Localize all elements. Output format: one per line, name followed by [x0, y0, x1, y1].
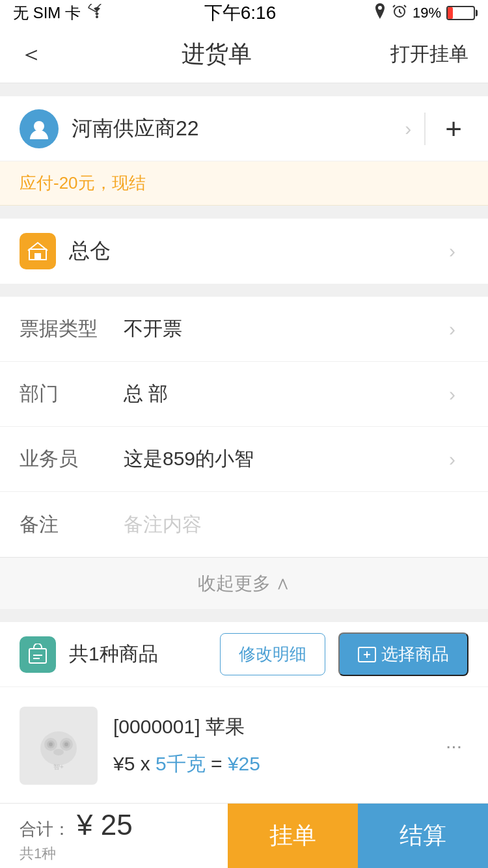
- warehouse-section: 总仓 ›: [0, 219, 488, 284]
- products-count: 共1种商品: [69, 641, 220, 668]
- warehouse-chevron-icon: ›: [449, 240, 455, 262]
- total-label-text: 合计：: [20, 818, 70, 841]
- svg-point-0: [96, 16, 98, 18]
- product-info: [0000001] 苹果 ¥5 x 5千克 = ¥25: [113, 714, 439, 778]
- page-title: 进货单: [182, 38, 252, 70]
- divider-2: [0, 206, 488, 219]
- remark-label: 备注: [20, 511, 111, 538]
- remark-row[interactable]: 备注 备注内容: [0, 492, 488, 557]
- total-amount: ¥ 25: [77, 809, 133, 841]
- back-button[interactable]: ＜: [20, 38, 43, 70]
- bottom-bar: 合计： ¥ 25 共1种 挂单 结算: [0, 803, 488, 868]
- status-bar: 无 SIM 卡 下午6:16 19%: [0, 0, 488, 26]
- svg-point-13: [64, 742, 68, 746]
- battery-icon: [446, 6, 475, 20]
- products-section: 共1种商品 修改明细 选择商品 智+ [0000001] 苹果 ¥: [0, 622, 488, 805]
- sales-row[interactable]: 业务员 这是859的小智 ›: [0, 427, 488, 492]
- modify-detail-button[interactable]: 修改明细: [220, 633, 325, 675]
- product-price: ¥5 x 5千克 = ¥25: [113, 751, 439, 778]
- supplier-divider: [424, 113, 426, 145]
- status-carrier: 无 SIM 卡: [13, 3, 107, 23]
- sales-label: 业务员: [20, 446, 111, 472]
- product-item: 智+ [0000001] 苹果 ¥5 x 5千克 = ¥25 ···: [0, 687, 488, 805]
- warehouse-name: 总仓: [69, 237, 449, 265]
- product-name: [0000001] 苹果: [113, 714, 439, 740]
- add-supplier-button[interactable]: +: [439, 113, 468, 145]
- dept-value: 总 部: [111, 381, 449, 407]
- dept-label: 部门: [20, 381, 111, 407]
- open-hang-button[interactable]: 打开挂单: [390, 41, 468, 68]
- svg-rect-4: [34, 253, 41, 260]
- svg-point-12: [49, 742, 53, 746]
- battery-text: 19%: [413, 5, 441, 21]
- products-icon: [20, 636, 56, 673]
- form-section: 票据类型 不开票 › 部门 总 部 › 业务员 这是859的小智 › 备注 备注…: [0, 297, 488, 557]
- collapse-label: 收起更多 ∧: [198, 571, 291, 596]
- invoice-label: 票据类型: [20, 316, 111, 342]
- wifi-icon: [87, 4, 107, 22]
- status-indicators: 19%: [373, 3, 475, 23]
- select-product-label: 选择商品: [381, 643, 449, 666]
- supplier-section: 河南供应商22 › + 应付-20元，现结: [0, 96, 488, 206]
- warehouse-icon: [20, 233, 56, 269]
- product-menu-button[interactable]: ···: [439, 728, 468, 763]
- sales-value: 这是859的小智: [111, 446, 449, 472]
- product-thumbnail: 智+: [20, 707, 98, 785]
- invoice-chevron-icon: ›: [449, 318, 455, 340]
- alarm-icon: [392, 3, 407, 23]
- supplier-avatar: [20, 109, 59, 148]
- products-header: 共1种商品 修改明细 选择商品: [0, 622, 488, 687]
- remark-input[interactable]: 备注内容: [111, 511, 468, 538]
- svg-text:智+: 智+: [53, 763, 64, 770]
- carrier-text: 无 SIM 卡: [13, 3, 81, 23]
- invoice-value: 不开票: [111, 316, 449, 342]
- invoice-row[interactable]: 票据类型 不开票 ›: [0, 297, 488, 362]
- supplier-chevron-icon: ›: [405, 118, 411, 140]
- collapse-toggle[interactable]: 收起更多 ∧: [0, 557, 488, 609]
- sales-chevron-icon: ›: [449, 448, 455, 470]
- dept-chevron-icon: ›: [449, 383, 455, 405]
- select-product-button[interactable]: 选择商品: [338, 632, 468, 676]
- total-section: 合计： ¥ 25 共1种: [0, 804, 228, 868]
- svg-point-2: [34, 121, 44, 131]
- dept-row[interactable]: 部门 总 部 ›: [0, 362, 488, 427]
- svg-point-14: [53, 749, 64, 755]
- status-time: 下午6:16: [204, 1, 277, 25]
- nav-bar: ＜ 进货单 打开挂单: [0, 26, 488, 83]
- total-count: 共1种: [20, 844, 208, 863]
- location-icon: [373, 3, 386, 23]
- supplier-name: 河南供应商22: [72, 115, 405, 143]
- supplier-row[interactable]: 河南供应商22 › +: [0, 96, 488, 161]
- hang-button[interactable]: 挂单: [228, 804, 358, 868]
- total-label: 合计： ¥ 25: [20, 809, 208, 841]
- warehouse-row[interactable]: 总仓 ›: [0, 219, 488, 284]
- divider-1: [0, 83, 488, 96]
- payment-hint: 应付-20元，现结: [0, 161, 488, 206]
- checkout-button[interactable]: 结算: [358, 804, 488, 868]
